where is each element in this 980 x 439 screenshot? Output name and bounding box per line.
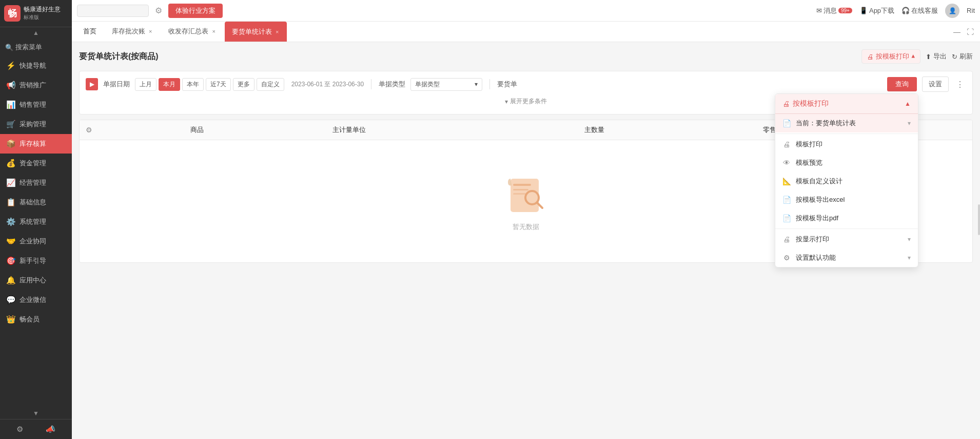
dropdown-printer-icon: 🖨 (782, 100, 790, 108)
topbar: ⚙ 体验行业方案 ✉ 消息 99+ 📱 App下载 🎧 在线客服 👤 Rit (72, 0, 980, 22)
dropdown-template-print[interactable]: 🖨 模板打印 (775, 135, 918, 154)
dropdown-template-preview[interactable]: 👁 模板预览 (775, 154, 918, 172)
sidebar: 畅 畅康通好生意 标准版 ▲ 🔍 搜索菜单 ⚡ 快捷导航 📢 营销推广 📊 销售… (0, 0, 72, 439)
dropdown-export-excel[interactable]: 📄 按模板导出excel (775, 190, 918, 209)
dropdown-close-chevron[interactable]: ▲ (905, 100, 911, 107)
sidebar-item-label: 经营管理 (19, 178, 46, 187)
dropdown-export-pdf[interactable]: 📄 按模板导出pdf (775, 209, 918, 227)
logo-text-block: 畅康通好生意 标准版 (24, 6, 61, 21)
dropdown-divider-1 (775, 133, 918, 134)
inventory-icon: 📦 (6, 139, 15, 148)
date-btn-last-month[interactable]: 上月 (135, 78, 156, 91)
sidebar-scroll-down[interactable]: ▼ (0, 408, 72, 419)
sidebar-item-label: 采购管理 (19, 120, 46, 129)
refresh-button[interactable]: ↻ 刷新 (952, 52, 973, 61)
date-btn-this-month[interactable]: 本月 (159, 78, 180, 91)
content-area: 要货单统计表(按商品) 🖨 按模板打印 ▾ ⬆ 导出 ↻ 刷新 (72, 42, 980, 439)
speaker-icon[interactable]: 📣 (46, 425, 55, 434)
sidebar-item-label: 基础信息 (19, 198, 46, 207)
more-options-icon[interactable]: ⋮ (954, 80, 966, 89)
message-action[interactable]: ✉ 消息 99+ (816, 6, 852, 15)
tab-receipt-summary-close[interactable]: × (211, 28, 216, 34)
tab-minimize-icon[interactable]: — (951, 26, 963, 38)
sidebar-item-quick-nav[interactable]: ⚡ 快捷导航 (0, 56, 72, 75)
template-print-button[interactable]: 🖨 按模板打印 ▾ (861, 49, 920, 64)
message-badge: 99+ (838, 8, 852, 13)
sidebar-item-label: 企业协同 (19, 237, 46, 246)
app-logo: 畅 畅康通好生意 标准版 (0, 0, 72, 27)
expand-label: 展开更多条件 (510, 97, 547, 106)
sidebar-item-membership[interactable]: 👑 畅会员 (0, 310, 72, 329)
current-template-label: 当前：要货单统计表 (796, 119, 856, 128)
sidebar-item-marketing[interactable]: 📢 营销推广 (0, 75, 72, 95)
sidebar-item-sales[interactable]: 📊 销售管理 (0, 95, 72, 114)
query-button[interactable]: 查询 (887, 77, 917, 91)
sidebar-item-operation[interactable]: 📈 经营管理 (0, 173, 72, 193)
sidebar-item-label: 库存核算 (19, 139, 46, 148)
tabs-bar: 首页 库存批次账 × 收发存汇总表 × 要货单统计表 × — ⛶ (72, 22, 980, 42)
table-settings-icon[interactable]: ⚙ (86, 126, 92, 134)
dropdown-header: 🖨 按模板打印 ▲ (775, 94, 918, 114)
avatar[interactable]: 👤 (945, 4, 959, 18)
sidebar-bottom: ⚙ 📣 (0, 419, 72, 439)
message-label: 消息 (824, 6, 837, 15)
logo-icon: 畅 (4, 5, 21, 22)
dropdown-template-custom[interactable]: 📐 模板自定义设计 (775, 172, 918, 190)
topbar-search-input[interactable] (77, 5, 149, 17)
settings-icon[interactable]: ⚙ (16, 425, 23, 434)
sidebar-item-enterprise-wechat[interactable]: 💬 企业微信 (0, 290, 72, 310)
dropdown-display-print[interactable]: 🖨 按显示打印 ▾ (775, 230, 918, 249)
sidebar-item-finance[interactable]: 💰 资金管理 (0, 154, 72, 173)
sidebar-item-system[interactable]: ⚙️ 系统管理 (0, 212, 72, 232)
col-qty: 主数量 (578, 120, 757, 140)
date-btn-more[interactable]: 更多 (233, 78, 254, 91)
expand-chevron-icon: ▾ (505, 98, 508, 105)
operation-icon: 📈 (6, 178, 15, 187)
date-btn-this-year[interactable]: 本年 (182, 78, 204, 91)
expand-more-btn[interactable]: ▾ 展开更多条件 (500, 95, 552, 108)
membership-icon: 👑 (6, 315, 15, 324)
current-template-icon: 📄 (782, 119, 791, 127)
tab-receipt-summary[interactable]: 收发存汇总表 × (161, 22, 223, 42)
date-btn-custom[interactable]: 自定义 (257, 78, 284, 91)
system-icon: ⚙️ (6, 217, 15, 226)
sidebar-search-label: 搜索菜单 (15, 43, 42, 52)
svg-rect-2 (513, 189, 528, 190)
sidebar-item-guide[interactable]: 🎯 新手引导 (0, 251, 72, 271)
tab-maximize-icon[interactable]: ⛶ (965, 26, 976, 38)
col-unit: 主计量单位 (326, 120, 579, 140)
doc-type-label: 单据类型 (379, 80, 405, 89)
dropdown-current-template[interactable]: 📄 当前：要货单统计表 ▾ (775, 114, 918, 132)
sidebar-scroll-up[interactable]: ▲ (0, 27, 72, 39)
filter-expand-icon[interactable]: ▶ (86, 78, 98, 90)
sidebar-item-cooperation[interactable]: 🤝 企业协同 (0, 232, 72, 251)
date-btn-7days[interactable]: 近7天 (206, 78, 231, 91)
cooperation-icon: 🤝 (6, 237, 15, 246)
template-custom-label: 模板自定义设计 (796, 177, 842, 186)
tab-batch-account-close[interactable]: × (148, 28, 153, 34)
sidebar-search[interactable]: 🔍 搜索菜单 (0, 39, 72, 56)
export-button[interactable]: ⬆ 导出 (926, 52, 947, 61)
sidebar-item-label: 快捷导航 (19, 61, 46, 70)
sidebar-item-purchase[interactable]: 🛒 采购管理 (0, 114, 72, 134)
username: Rit (967, 7, 975, 14)
industry-btn[interactable]: 体验行业方案 (168, 4, 223, 18)
template-custom-icon: 📐 (782, 177, 791, 185)
sidebar-item-basic-info[interactable]: 📋 基础信息 (0, 193, 72, 212)
app-download-action[interactable]: 📱 App下载 (859, 6, 894, 15)
online-service-action[interactable]: 🎧 在线客服 (901, 6, 938, 15)
doc-type-chevron: ▾ (475, 81, 478, 88)
sidebar-item-inventory[interactable]: 📦 库存核算 (0, 134, 72, 154)
topbar-gear-icon[interactable]: ⚙ (153, 6, 164, 15)
sidebar-item-label: 企业微信 (19, 295, 46, 304)
tab-batch-account[interactable]: 库存批次账 × (105, 22, 160, 42)
doc-type-select[interactable]: 单据类型 ▾ (410, 78, 482, 91)
tab-order-stats-close[interactable]: × (275, 29, 280, 35)
right-scrollbar[interactable] (978, 204, 980, 235)
tab-order-stats[interactable]: 要货单统计表 × (225, 22, 287, 42)
settings-button[interactable]: 设置 (922, 77, 949, 92)
dropdown-default-func[interactable]: ⚙ 设置默认功能 ▾ (775, 249, 918, 267)
date-buttons: 上月 本月 本年 近7天 更多 自定义 (135, 78, 284, 91)
sidebar-item-app-center[interactable]: 🔔 应用中心 (0, 271, 72, 290)
tab-home[interactable]: 首页 (76, 22, 104, 42)
